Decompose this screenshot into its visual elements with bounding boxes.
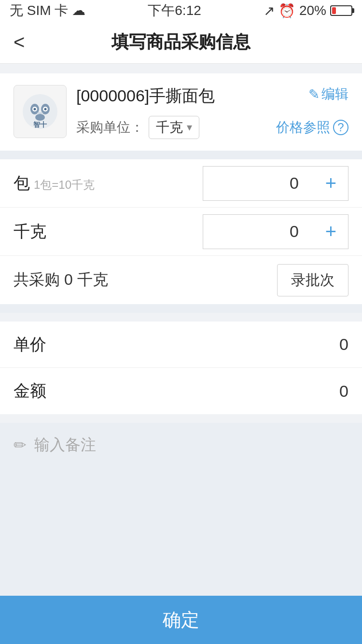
product-thumbnail: 智十 xyxy=(14,85,67,138)
amount-label: 金额 xyxy=(14,380,46,402)
svg-point-5 xyxy=(34,108,36,111)
bao-input-right: + xyxy=(203,166,348,201)
unit-price-label: 单价 xyxy=(14,334,46,356)
product-card: 智十 [0000006]手撕面包 ✎ 编辑 采购单位： 千克 ▾ xyxy=(0,73,362,151)
nav-bar: < 填写商品采购信息 xyxy=(0,21,362,64)
batch-button[interactable]: 录批次 xyxy=(277,264,348,296)
kg-input-right: + xyxy=(203,214,348,249)
kg-input[interactable] xyxy=(203,214,314,249)
confirm-button[interactable]: 确定 xyxy=(0,596,362,644)
unit-label: 采购单位： xyxy=(76,118,144,137)
price-section: 单价 0 金额 0 xyxy=(0,322,362,414)
product-info: [0000006]手撕面包 ✎ 编辑 采购单位： 千克 ▾ 价格参照 ? xyxy=(76,85,348,139)
no-sim-label: 无 SIM 卡 ☁ xyxy=(10,1,85,20)
price-ref-button[interactable]: 价格参照 ? xyxy=(276,118,348,137)
product-logo: 智十 xyxy=(21,92,59,131)
svg-text:智十: 智十 xyxy=(33,121,47,128)
alarm-icon: ⏰ xyxy=(278,3,295,19)
edit-button[interactable]: ✎ 编辑 xyxy=(308,85,348,103)
unit-price-value: 0 xyxy=(339,335,348,354)
status-left: 无 SIM 卡 ☁ xyxy=(10,1,85,20)
kg-plus-button[interactable]: + xyxy=(314,214,348,249)
svg-point-6 xyxy=(44,108,47,111)
back-button[interactable]: < xyxy=(14,31,25,53)
dropdown-arrow-icon: ▾ xyxy=(187,121,192,134)
status-right: ↗ ⏰ 20% xyxy=(264,3,352,19)
bao-sub: 1包=10千克 xyxy=(34,177,95,193)
remark-placeholder: 输入备注 xyxy=(34,434,96,456)
section-divider-1 xyxy=(0,151,362,159)
bao-input[interactable] xyxy=(203,166,314,201)
product-header: [0000006]手撕面包 ✎ 编辑 xyxy=(76,85,348,107)
back-icon: < xyxy=(14,31,25,53)
summary-row: 共采购 0 千克 录批次 xyxy=(0,256,362,304)
unit-price-row: 单价 0 xyxy=(0,322,362,368)
unit-row: 采购单位： 千克 ▾ 价格参照 ? xyxy=(76,116,348,139)
kg-input-row: 千克 + xyxy=(0,208,362,256)
pencil-icon: ✏ xyxy=(14,436,27,454)
status-bar: 无 SIM 卡 ☁ 下午6:12 ↗ ⏰ 20% xyxy=(0,0,362,21)
page-title: 填写商品采购信息 xyxy=(111,30,251,54)
input-section: 包 1包=10千克 + 千克 + xyxy=(0,159,362,256)
location-icon: ↗ xyxy=(264,3,275,19)
bao-input-row: 包 1包=10千克 + xyxy=(0,159,362,208)
battery-fill xyxy=(332,7,336,14)
remark-section[interactable]: ✏ 输入备注 xyxy=(0,423,362,467)
edit-label: 编辑 xyxy=(321,85,348,103)
unit-value: 千克 xyxy=(156,118,183,137)
svg-point-7 xyxy=(35,114,45,121)
edit-icon: ✎ xyxy=(308,86,320,102)
amount-value: 0 xyxy=(339,382,348,401)
help-icon: ? xyxy=(333,120,348,135)
kg-label: 千克 xyxy=(14,221,46,243)
product-name: [0000006]手撕面包 xyxy=(76,85,215,107)
unit-select[interactable]: 千克 ▾ xyxy=(149,116,199,139)
battery-icon xyxy=(330,5,352,16)
bao-plus-button[interactable]: + xyxy=(314,166,348,201)
battery-percent: 20% xyxy=(299,3,326,18)
amount-row: 金额 0 xyxy=(0,368,362,414)
section-divider-2 xyxy=(0,304,362,313)
bao-label: 包 xyxy=(14,172,30,195)
summary-text: 共采购 0 千克 xyxy=(14,269,108,291)
price-ref-label: 价格参照 xyxy=(276,118,330,137)
status-time: 下午6:12 xyxy=(148,1,201,20)
